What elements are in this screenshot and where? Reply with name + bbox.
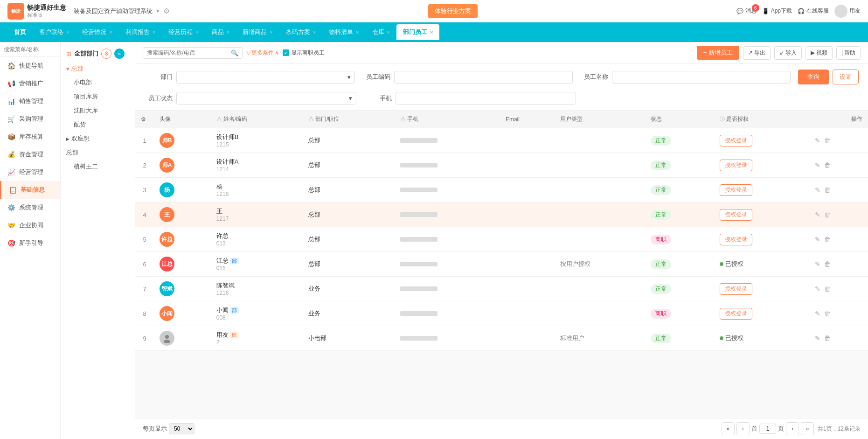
phone-input[interactable] xyxy=(396,92,576,105)
edit-icon[interactable]: ✎ xyxy=(815,137,820,144)
sidebar-item-management[interactable]: 📈 经营管理 xyxy=(0,163,60,181)
search-input[interactable] xyxy=(4,46,61,53)
set-btn[interactable]: 设置 xyxy=(833,70,859,84)
settings-icon[interactable]: ⚙ xyxy=(163,7,170,15)
search-icon[interactable]: 🔍 xyxy=(231,49,238,56)
sidebar-item-guide[interactable]: 🎯 新手引导 xyxy=(0,234,60,252)
close-icon[interactable]: × xyxy=(356,29,359,35)
dept-item-zongbu2[interactable]: 总部 xyxy=(61,146,135,160)
show-hidden-checkbox[interactable]: ✓ 显示离职员工 xyxy=(283,49,325,57)
col-settings[interactable]: ⚙ xyxy=(135,111,154,128)
dept-item-project[interactable]: 项目库房 xyxy=(61,90,135,104)
tab-barcode[interactable]: 条码方案 × xyxy=(279,24,322,40)
delete-icon[interactable]: 🗑 xyxy=(824,260,831,268)
tab-warehouse[interactable]: 仓库 × xyxy=(366,24,396,40)
auth-btn[interactable]: 授权登录 xyxy=(720,160,752,171)
edit-icon[interactable]: ✎ xyxy=(815,260,820,268)
user-menu[interactable]: 用友 xyxy=(834,5,861,18)
first-page-btn[interactable]: « xyxy=(722,422,735,435)
import-btn[interactable]: ↙ 导入 xyxy=(774,46,802,60)
delete-icon[interactable]: 🗑 xyxy=(824,334,831,342)
dept-item-peihuo[interactable]: 配货 xyxy=(61,118,135,132)
auth-btn[interactable]: 授权登录 xyxy=(720,135,752,146)
dept-item-xiaodian[interactable]: 小电部 xyxy=(61,76,135,90)
query-btn[interactable]: 查询 xyxy=(798,70,829,84)
edit-icon[interactable]: ✎ xyxy=(815,236,820,243)
sidebar-item-finance[interactable]: 💰 资金管理 xyxy=(0,146,60,163)
sidebar-item-collab[interactable]: 🤝 企业协同 xyxy=(0,216,60,234)
col-phone[interactable]: △ 手机 xyxy=(395,111,500,128)
dept-item-headquarters[interactable]: ▾ 总部 xyxy=(61,62,135,76)
edit-icon[interactable]: ✎ xyxy=(815,211,820,218)
close-icon[interactable]: × xyxy=(313,29,316,35)
more-conditions-btn[interactable]: ▽ 更多条件 ∧ xyxy=(246,49,279,57)
sidebar-item-basic[interactable]: 📋 基础信息 xyxy=(0,181,60,199)
search-field[interactable] xyxy=(147,49,231,56)
delete-icon[interactable]: 🗑 xyxy=(824,161,831,169)
help-btn[interactable]: | 帮助 xyxy=(836,46,861,60)
tab-dept-staff[interactable]: 部门员工 × xyxy=(396,24,439,40)
page-number-input[interactable] xyxy=(759,424,776,434)
export-btn[interactable]: ↗ 导出 xyxy=(743,46,771,60)
tab-history[interactable]: 经营历程 × xyxy=(162,24,205,40)
delete-icon[interactable]: 🗑 xyxy=(824,310,831,317)
prev-page-btn[interactable]: ‹ xyxy=(736,422,750,435)
tab-bom[interactable]: 物料清单 × xyxy=(322,24,365,40)
last-page-btn[interactable]: » xyxy=(801,422,814,435)
delete-icon[interactable]: 🗑 xyxy=(824,211,831,218)
employee-code-input[interactable] xyxy=(394,71,573,84)
status-select[interactable]: ▾ xyxy=(176,92,356,105)
delete-icon[interactable]: 🗑 xyxy=(824,137,831,144)
edit-icon[interactable]: ✎ xyxy=(815,285,820,293)
collapse-btn[interactable]: « xyxy=(114,49,125,59)
edit-icon[interactable]: ✎ xyxy=(815,334,820,342)
auth-btn[interactable]: 授权登录 xyxy=(720,184,752,196)
close-icon[interactable]: × xyxy=(109,29,112,35)
dept-settings-btn[interactable]: ⚙ xyxy=(101,49,111,59)
close-icon[interactable]: × xyxy=(66,29,69,35)
next-page-btn[interactable]: › xyxy=(786,422,799,435)
delete-icon[interactable]: 🗑 xyxy=(824,285,831,293)
close-icon[interactable]: × xyxy=(153,29,155,35)
add-employee-btn[interactable]: + 新增员工 xyxy=(697,46,739,60)
dept-item-shenyang[interactable]: 沈阳大库 xyxy=(61,104,135,118)
dept-item-shuangzuo[interactable]: ▸ 双座想 xyxy=(61,132,135,146)
message-btn[interactable]: 💬 消息 6 xyxy=(736,7,757,15)
auth-btn[interactable]: 授权登录 xyxy=(720,283,752,295)
auth-btn[interactable]: 授权登录 xyxy=(720,234,752,245)
close-icon[interactable]: × xyxy=(195,29,198,35)
sidebar-item-purchase[interactable]: 🛒 采购管理 xyxy=(0,110,60,128)
tab-customer[interactable]: 客户联络 × xyxy=(33,24,76,40)
online-service-btn[interactable]: 🎧 在线客服 xyxy=(798,7,829,15)
sidebar-item-sales[interactable]: 📊 销售管理 xyxy=(0,92,60,110)
tab-goods[interactable]: 商品 × xyxy=(205,24,236,40)
col-name[interactable]: △ 姓名/编码 xyxy=(211,111,303,128)
close-icon[interactable]: × xyxy=(387,29,390,35)
trial-btn[interactable]: 体验行业方案 xyxy=(428,4,478,18)
close-icon[interactable]: × xyxy=(227,29,229,35)
dropdown-arrow-icon[interactable]: ▾ xyxy=(156,7,160,14)
edit-icon[interactable]: ✎ xyxy=(815,186,820,194)
sidebar-item-inventory[interactable]: 📦 库存核算 xyxy=(0,128,60,146)
close-icon[interactable]: × xyxy=(270,29,272,35)
tab-operation[interactable]: 经营情况 × xyxy=(76,24,118,40)
tab-home[interactable]: 首页 xyxy=(7,24,33,40)
sidebar-item-quicknav[interactable]: 🏠 快捷导航 xyxy=(0,57,60,75)
app-download-btn[interactable]: 📱 App下载 xyxy=(762,7,792,15)
tab-profit[interactable]: 利润报告 × xyxy=(119,24,162,40)
employee-name-input[interactable] xyxy=(612,71,791,84)
auth-btn[interactable]: 授权登录 xyxy=(720,209,752,221)
video-btn[interactable]: ▶ 视频 xyxy=(806,46,833,60)
per-page-select[interactable]: 50 20 100 xyxy=(169,423,194,434)
delete-icon[interactable]: 🗑 xyxy=(824,186,831,194)
dept-select[interactable]: ▾ xyxy=(176,71,355,84)
dept-item-zhishu[interactable]: 植树王二 xyxy=(61,160,135,174)
auth-btn[interactable]: 授权登录 xyxy=(720,308,752,320)
sidebar-item-system[interactable]: ⚙️ 系统管理 xyxy=(0,199,60,216)
sidebar-item-marketing[interactable]: 📢 营销推广 xyxy=(0,75,60,92)
edit-icon[interactable]: ✎ xyxy=(815,161,820,169)
edit-icon[interactable]: ✎ xyxy=(815,310,820,317)
close-icon[interactable]: × xyxy=(430,29,433,35)
delete-icon[interactable]: 🗑 xyxy=(824,236,831,243)
tab-add-goods[interactable]: 新增商品 × xyxy=(236,24,279,40)
